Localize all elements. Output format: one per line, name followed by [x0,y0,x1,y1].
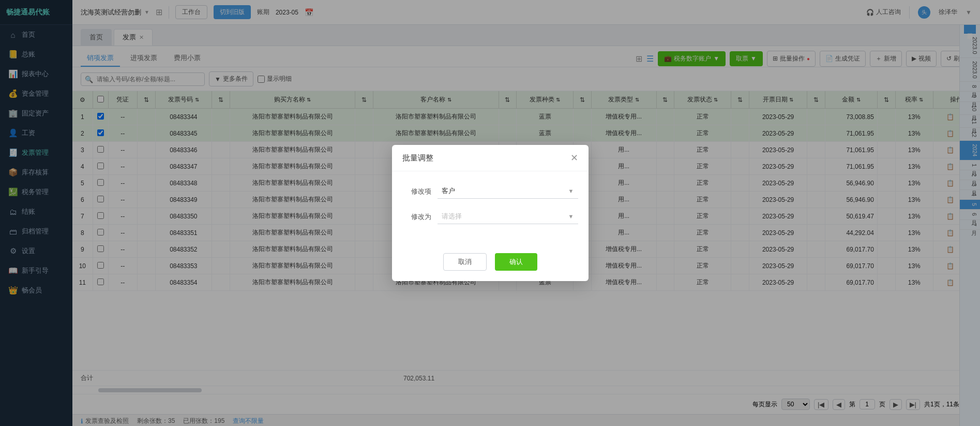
modal-modify-to-row: 修改为 请选择 ▼ [402,209,578,224]
modal-modify-field-label: 修改项 [402,187,431,196]
batch-adjust-modal: 批量调整 ✕ 修改项 客户 ▼ 修改为 请选择 ▼ 取消 [392,145,589,281]
modal-modify-to-select[interactable]: 请选择 ▼ [438,209,578,224]
modal-footer: 取消 确认 [392,247,589,281]
modal-modify-to-label: 修改为 [402,212,431,222]
modal-cancel-button[interactable]: 取消 [443,253,487,271]
modal-header: 批量调整 ✕ [392,145,589,171]
modal-modify-field-row: 修改项 客户 ▼ [402,184,578,199]
modal-to-arrow: ▼ [568,213,574,219]
modal-title: 批量调整 [402,153,433,163]
modal-close-button[interactable]: ✕ [570,152,578,164]
modal-to-placeholder: 请选择 [442,212,462,221]
modal-field-value: 客户 [442,186,455,196]
modal-modify-field-select[interactable]: 客户 ▼ [438,184,578,199]
modal-overlay[interactable]: 批量调整 ✕ 修改项 客户 ▼ 修改为 请选择 ▼ 取消 [0,0,980,426]
modal-field-arrow: ▼ [568,188,574,194]
modal-body: 修改项 客户 ▼ 修改为 请选择 ▼ [392,171,589,247]
modal-confirm-button[interactable]: 确认 [495,253,537,271]
